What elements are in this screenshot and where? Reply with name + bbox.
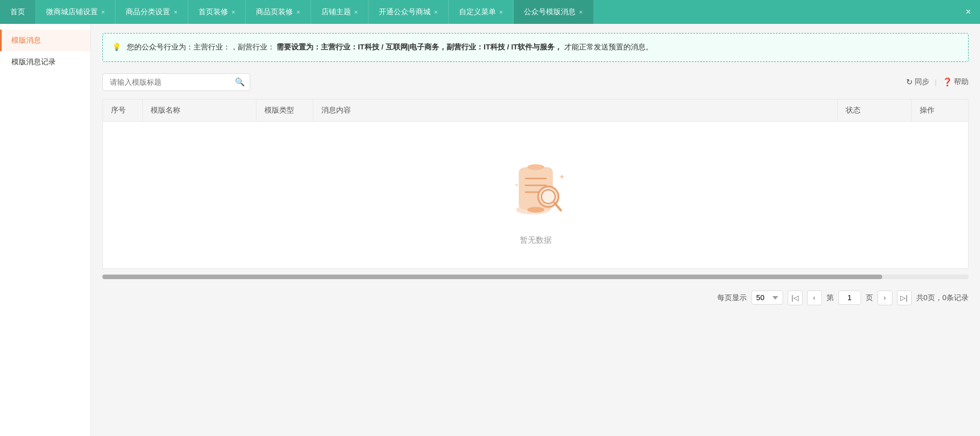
data-table: 序号 模版名称 模版类型 消息内容 状态 操作 xyxy=(102,99,969,269)
page-suffix: 页 xyxy=(866,293,873,303)
sidebar-item-template-msg[interactable]: 模版消息 xyxy=(0,30,90,51)
tab-template-msg-close[interactable]: × xyxy=(579,9,582,15)
last-page-button[interactable]: ▷| xyxy=(897,290,912,305)
tab-custom-menu[interactable]: 自定义菜单 × xyxy=(449,0,514,24)
tab-home-decor[interactable]: 首页装修 × xyxy=(188,0,246,24)
notice-highlight: 需要设置为：主营行业：IT科技 / 互联网|电子商务，副营行业：IT科技 / I… xyxy=(276,43,562,51)
notice-text-after: 才能正常发送预置的消息。 xyxy=(564,43,653,51)
tab-category-settings-close[interactable]: × xyxy=(173,9,177,15)
search-actions: ↻ 同步 | ❓ 帮助 xyxy=(906,77,969,87)
empty-illustration: ✦ ✦ xyxy=(502,156,570,224)
empty-row: ✦ ✦ 暂无数据 xyxy=(103,121,969,268)
col-index: 序号 xyxy=(103,99,143,121)
tab-home-label: 首页 xyxy=(10,7,25,17)
tab-open-mall[interactable]: 开通公众号商城 × xyxy=(369,0,448,24)
empty-state: ✦ ✦ 暂无数据 xyxy=(103,122,968,268)
tab-store-settings-label: 微商城店铺设置 xyxy=(46,7,98,17)
scrollbar-area[interactable] xyxy=(102,275,969,279)
tab-template-msg-label: 公众号模版消息 xyxy=(524,7,576,17)
help-button[interactable]: ❓ 帮助 xyxy=(942,77,969,87)
tab-open-mall-close[interactable]: × xyxy=(434,9,437,15)
tab-home-decor-close[interactable]: × xyxy=(231,9,235,15)
search-bar: 🔍 ↻ 同步 | ❓ 帮助 xyxy=(102,73,969,91)
tab-custom-menu-close[interactable]: × xyxy=(499,9,503,15)
close-all-button[interactable]: × xyxy=(957,0,980,24)
top-nav: 首页 微商城店铺设置 × 商品分类设置 × 首页装修 × 商品页装修 × 店铺主… xyxy=(0,0,980,24)
tab-home-decor-label: 首页装修 xyxy=(199,7,228,17)
per-page-select[interactable]: 50 20 100 xyxy=(751,290,783,305)
first-page-button[interactable]: |◁ xyxy=(788,290,803,305)
tab-product-decor[interactable]: 商品页装修 × xyxy=(246,0,311,24)
notice-text-before: 您的公众号行业为：主营行业：，副营行业： xyxy=(127,43,275,51)
tab-open-mall-label: 开通公众号商城 xyxy=(379,7,431,17)
tab-template-msg[interactable]: 公众号模版消息 × xyxy=(514,0,593,24)
col-status: 状态 xyxy=(838,99,912,121)
content-area: 💡 您的公众号行业为：主营行业：，副营行业： 需要设置为：主营行业：IT科技 /… xyxy=(91,24,980,436)
total-info: 共0页，0条记录 xyxy=(916,293,969,303)
search-icon[interactable]: 🔍 xyxy=(235,77,245,86)
table-header: 序号 模版名称 模版类型 消息内容 状态 操作 xyxy=(103,99,969,121)
page-input[interactable] xyxy=(838,290,861,305)
empty-text: 暂无数据 xyxy=(103,235,968,246)
sidebar: 模版消息 模版消息记录 xyxy=(0,24,91,436)
next-page-button[interactable]: › xyxy=(878,290,892,305)
tab-custom-menu-label: 自定义菜单 xyxy=(459,7,496,17)
tab-store-theme-label: 店铺主题 xyxy=(321,7,351,17)
main-layout: 模版消息 模版消息记录 💡 您的公众号行业为：主营行业：，副营行业： 需要设置为… xyxy=(0,24,980,436)
svg-text:✦: ✦ xyxy=(514,182,519,188)
help-label: 帮助 xyxy=(954,77,969,87)
prev-page-button[interactable]: ‹ xyxy=(807,290,822,305)
scrollbar-thumb[interactable] xyxy=(102,275,882,279)
tab-product-decor-label: 商品页装修 xyxy=(256,7,293,17)
tab-store-settings[interactable]: 微商城店铺设置 × xyxy=(36,0,115,24)
col-name: 模版名称 xyxy=(143,99,257,121)
sidebar-item-template-msg-label: 模版消息 xyxy=(11,36,41,44)
sidebar-item-template-record[interactable]: 模版消息记录 xyxy=(0,51,90,73)
notice-box: 💡 您的公众号行业为：主营行业：，副营行业： 需要设置为：主营行业：IT科技 /… xyxy=(102,33,969,62)
col-action: 操作 xyxy=(912,99,969,121)
tab-store-theme-close[interactable]: × xyxy=(354,9,358,15)
tab-category-settings[interactable]: 商品分类设置 × xyxy=(115,0,188,24)
search-input[interactable] xyxy=(102,73,250,91)
tab-store-settings-close[interactable]: × xyxy=(101,9,105,15)
col-content: 消息内容 xyxy=(313,99,838,121)
per-page-label: 每页显示 xyxy=(717,293,747,303)
pagination: 每页显示 50 20 100 |◁ ‹ 第 页 › ▷| 共0页，0条记录 xyxy=(102,285,969,308)
col-type: 模版类型 xyxy=(257,99,313,121)
tab-home[interactable]: 首页 xyxy=(0,0,36,24)
svg-point-1 xyxy=(527,164,544,170)
sync-icon: ↻ xyxy=(906,77,913,86)
svg-point-2 xyxy=(527,207,544,213)
svg-line-8 xyxy=(555,203,561,210)
svg-text:✦: ✦ xyxy=(559,172,565,181)
help-icon: ❓ xyxy=(942,77,952,86)
sidebar-item-template-record-label: 模版消息记录 xyxy=(11,57,56,66)
sync-button[interactable]: ↻ 同步 xyxy=(906,77,929,87)
divider: | xyxy=(935,78,937,86)
search-input-wrap: 🔍 xyxy=(102,73,250,91)
table-body: ✦ ✦ 暂无数据 xyxy=(103,121,969,268)
notice-icon: 💡 xyxy=(112,43,121,51)
page-label: 第 xyxy=(826,293,834,303)
tab-category-settings-label: 商品分类设置 xyxy=(126,7,170,17)
tab-product-decor-close[interactable]: × xyxy=(296,9,300,15)
sync-label: 同步 xyxy=(915,77,929,87)
tab-store-theme[interactable]: 店铺主题 × xyxy=(311,0,369,24)
svg-point-7 xyxy=(541,190,555,204)
